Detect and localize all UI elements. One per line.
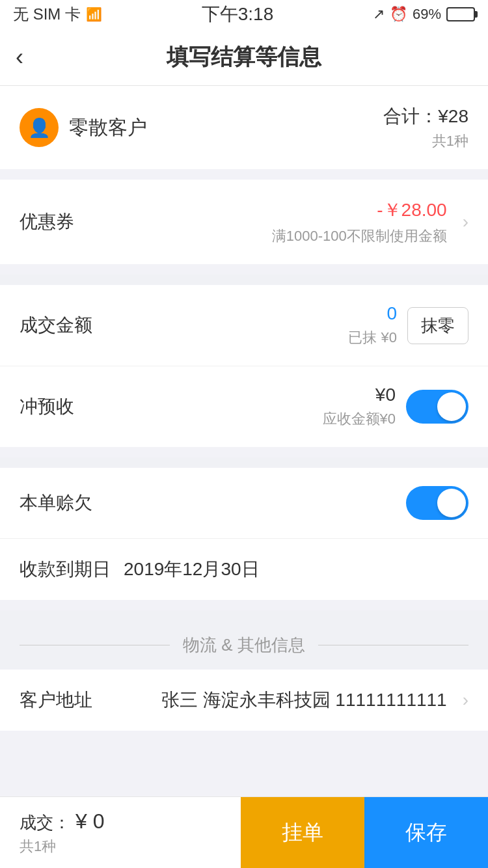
- nav-bar: ‹ 填写结算等信息: [0, 29, 488, 86]
- prepayment-value-col: ¥0 应收金额¥0: [323, 385, 396, 429]
- prepayment-row: 冲预收 ¥0 应收金额¥0: [0, 366, 488, 447]
- customer-count: 共1种: [383, 131, 468, 151]
- transaction-label: 成交金额: [20, 313, 92, 338]
- divider-line-left: [20, 645, 170, 645]
- battery-percent: 69%: [413, 6, 441, 23]
- prepayment-amount: ¥0: [323, 385, 396, 405]
- bottom-bar: 成交： ¥ 0 共1种 挂单 保存: [0, 796, 488, 868]
- transaction-row: 成交金额 0 已抹 ¥0 抹零: [0, 285, 488, 366]
- transaction-right: 0 已抹 ¥0 抹零: [348, 303, 468, 347]
- avatar-icon: 👤: [28, 117, 51, 139]
- bottom-left: 成交： ¥ 0 共1种: [0, 809, 241, 856]
- alarm-icon: ⏰: [390, 6, 407, 23]
- transaction-value: 0: [348, 303, 397, 324]
- toggle-knob: [437, 392, 466, 421]
- bottom-transaction-amount: ¥ 0: [75, 809, 104, 834]
- status-right: ↗ ⏰ 69%: [373, 6, 475, 23]
- coupon-desc: 满1000-100不限制使用金额: [272, 226, 447, 246]
- save-label: 保存: [405, 819, 447, 847]
- debt-row: 本单赊欠: [0, 468, 488, 539]
- divider3: [0, 610, 488, 621]
- divider1: [0, 275, 488, 285]
- customer-right: 合计：¥28 共1种: [383, 104, 468, 151]
- due-date-label: 收款到期日: [20, 557, 111, 582]
- prepayment-label: 冲预收: [20, 394, 74, 419]
- content-area: 👤 零散客户 合计：¥28 共1种 优惠券 -￥28.00 满1000-100不…: [0, 86, 488, 819]
- debt-label: 本单赊欠: [20, 491, 92, 515]
- round-zero-button[interactable]: 抹零: [407, 307, 468, 344]
- due-date-value: 2019年12月30日: [124, 557, 260, 582]
- coupon-discount: -￥28.00: [272, 198, 447, 223]
- status-left: 无 SIM 卡 📶: [13, 4, 102, 25]
- bottom-count: 共1种: [20, 837, 221, 856]
- address-chevron-icon: ›: [463, 690, 468, 711]
- prepayment-toggle[interactable]: [406, 390, 468, 424]
- transaction-value-col: 0 已抹 ¥0: [348, 303, 397, 347]
- chevron-icon: ›: [463, 211, 468, 232]
- prepayment-right: ¥0 应收金额¥0: [323, 385, 468, 429]
- back-button[interactable]: ‹: [16, 44, 23, 71]
- coupon-row[interactable]: 优惠券 -￥28.00 满1000-100不限制使用金额 ›: [0, 180, 488, 264]
- logistics-divider-row: 物流 & 其他信息: [0, 621, 488, 670]
- coupon-section: 优惠券 -￥28.00 满1000-100不限制使用金额 ›: [0, 180, 488, 264]
- debt-toggle[interactable]: [406, 486, 468, 520]
- page-title: 填写结算等信息: [167, 42, 321, 72]
- due-date-row: 收款到期日 2019年12月30日: [0, 539, 488, 600]
- coupon-right: -￥28.00 满1000-100不限制使用金额 ›: [272, 198, 468, 246]
- hang-button[interactable]: 挂单: [241, 797, 364, 869]
- customer-row: 👤 零散客户 合计：¥28 共1种: [0, 86, 488, 169]
- debt-right: [406, 486, 468, 520]
- address-section: 客户地址 张三 海淀永丰科技园 11111111111 ›: [0, 670, 488, 731]
- debt-toggle-knob: [437, 489, 466, 517]
- battery-icon: [446, 7, 475, 21]
- status-bar: 无 SIM 卡 📶 下午3:18 ↗ ⏰ 69%: [0, 0, 488, 29]
- address-label: 客户地址: [20, 688, 92, 712]
- avatar: 👤: [20, 108, 59, 147]
- divider2: [0, 457, 488, 468]
- logistics-label: 物流 & 其他信息: [170, 634, 318, 657]
- location-icon: ↗: [373, 6, 385, 23]
- bottom-transaction-label: 成交：: [20, 811, 70, 834]
- debt-section: 本单赊欠 收款到期日 2019年12月30日: [0, 468, 488, 600]
- transaction-deducted: 已抹 ¥0: [348, 328, 397, 347]
- customer-name: 零散客户: [69, 115, 147, 141]
- time-label: 下午3:18: [202, 2, 274, 27]
- address-value: 张三 海淀永丰科技园 11111111111: [161, 688, 447, 712]
- address-right: 张三 海淀永丰科技园 11111111111 ›: [161, 688, 468, 712]
- customer-left: 👤 零散客户: [20, 108, 147, 147]
- hang-label: 挂单: [282, 819, 323, 847]
- coupon-value-col: -￥28.00 满1000-100不限制使用金额: [272, 198, 447, 246]
- transaction-section: 成交金额 0 已抹 ¥0 抹零 冲预收 ¥0 应收金额¥0: [0, 285, 488, 447]
- address-row[interactable]: 客户地址 张三 海淀永丰科技园 11111111111 ›: [0, 670, 488, 731]
- customer-total: 合计：¥28: [383, 104, 468, 129]
- divider-line-right: [318, 645, 468, 645]
- coupon-label: 优惠券: [20, 210, 74, 234]
- carrier-label: 无 SIM 卡: [13, 4, 81, 25]
- save-button[interactable]: 保存: [364, 797, 488, 869]
- prepayment-receivable: 应收金额¥0: [323, 409, 396, 429]
- wifi-icon: 📶: [86, 7, 102, 22]
